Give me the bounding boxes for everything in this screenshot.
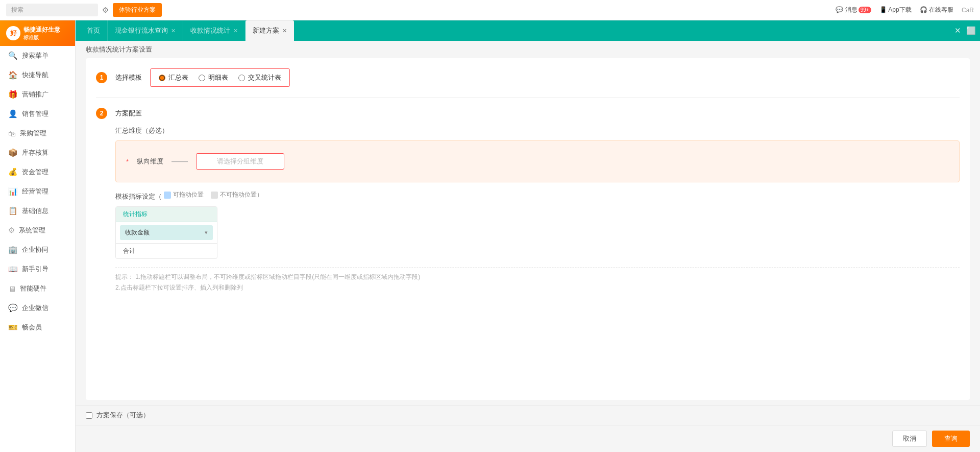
summary-dim-title: 汇总维度（必选）: [115, 126, 960, 135]
step1-badge: 1: [96, 72, 107, 83]
sidebar-item-operation[interactable]: 📊 经营管理: [0, 182, 75, 201]
logo-text: 畅捷通好生意: [23, 26, 60, 34]
tab-bank-flow[interactable]: 现金银行流水查询 ✕: [108, 20, 183, 41]
sidebar-item-quick-nav[interactable]: 🏠 快捷导航: [0, 65, 75, 85]
save-label: 方案保存（可选）: [96, 411, 150, 420]
sidebar-item-finance[interactable]: 💰 资金管理: [0, 162, 75, 182]
legend-drag: 可拖动位置: [164, 191, 204, 199]
trial-button[interactable]: 体验行业方案: [113, 3, 162, 17]
tab-home[interactable]: 首页: [80, 20, 108, 41]
book-icon: 📖: [8, 265, 18, 274]
tip-line-2: 2.点击标题栏下拉可设置排序、插入列和删除列: [115, 283, 960, 292]
indicator-row-item[interactable]: 收款金额 ▾: [120, 225, 213, 240]
radio-detail[interactable]: 明细表: [199, 73, 228, 82]
sidebar-item-member[interactable]: 🎫 畅会员: [0, 318, 75, 337]
indicator-settings: 模板指标设定（ 可拖动位置 不可拖动位置）: [115, 191, 960, 259]
tab-close-collection-stats[interactable]: ✕: [233, 28, 238, 34]
clipboard-icon: 📋: [8, 206, 18, 216]
radio-summary-input[interactable]: [159, 75, 165, 81]
chevron-down-icon[interactable]: ▾: [205, 229, 208, 236]
save-option-bar: 方案保存（可选）: [76, 405, 980, 425]
section-divider: [96, 97, 960, 98]
drag-box-icon: [164, 192, 171, 199]
settings-icon[interactable]: ⚙: [102, 6, 109, 15]
radio-summary[interactable]: 汇总表: [159, 73, 188, 82]
radio-cross-input[interactable]: [238, 75, 245, 81]
indicator-title: 模板指标设定（ 可拖动位置 不可拖动位置）: [115, 191, 960, 201]
box-icon: 📦: [8, 148, 18, 157]
page-body: 收款情况统计方案设置 1 选择模板 汇总表 明细表: [76, 41, 980, 452]
sidebar-item-guide[interactable]: 📖 新手引导: [0, 259, 75, 279]
step2-label: 方案配置: [115, 109, 142, 118]
tab-close-bank-flow[interactable]: ✕: [171, 28, 176, 34]
summary-dimension-section: 汇总维度（必选） * 纵向维度 —— 请选择分组维度: [115, 126, 960, 299]
sidebar-item-basic-info[interactable]: 📋 基础信息: [0, 201, 75, 221]
gift-icon: 🎁: [8, 90, 18, 99]
dim-select-box[interactable]: 请选择分组维度: [196, 153, 284, 170]
tab-bar: 首页 现金银行流水查询 ✕ 收款情况统计 ✕ 新建方案 ✕ ✕ ⬜: [76, 20, 980, 41]
legend-nodrag: 不可拖动位置）: [211, 191, 263, 199]
radio-cross[interactable]: 交叉统计表: [238, 73, 281, 82]
page-footer: 取消 查询: [76, 425, 980, 452]
chat-icon: 💬: [8, 303, 18, 313]
message-label[interactable]: 💬 消息99+: [836, 6, 871, 14]
download-label[interactable]: 📱 App下载: [879, 6, 912, 14]
tab-close-new-plan[interactable]: ✕: [282, 28, 287, 34]
sidebar-item-hardware[interactable]: 🖥 智能硬件: [0, 279, 75, 298]
radio-detail-label[interactable]: 明细表: [208, 73, 228, 82]
support-label[interactable]: 🎧 在线客服: [920, 6, 953, 14]
search-icon: 🔍: [8, 51, 18, 60]
user-icon: 👤: [8, 109, 18, 118]
step2-header: 2 方案配置: [96, 108, 960, 119]
step2-section: 2 方案配置 汇总维度（必选） * 纵向维度 —— 请选择分组维度: [96, 108, 960, 299]
save-checkbox[interactable]: [86, 412, 92, 419]
tab-collection-stats[interactable]: 收款情况统计 ✕: [183, 20, 246, 41]
content-card: 1 选择模板 汇总表 明细表 交叉统计表: [86, 58, 970, 400]
indicator-total: 合计: [116, 243, 217, 258]
page-title-bar: 收款情况统计方案设置: [76, 41, 980, 58]
top-bar: 搜索 ⚙ 体验行业方案 💬 消息99+ 📱 App下载 🎧 在线客服 CaR: [0, 0, 980, 20]
sidebar-item-search-menu[interactable]: 🔍 搜索菜单: [0, 46, 75, 65]
ticket-icon: 🎫: [8, 323, 18, 332]
app-body: 好 畅捷通好生意 标准版 🔍 搜索菜单 🏠 快捷导航 🎁 营销推广 👤 销售管理…: [0, 20, 980, 452]
tab-expand-icon[interactable]: ⬜: [966, 26, 976, 35]
sidebar-item-sales[interactable]: 👤 销售管理: [0, 104, 75, 124]
sidebar: 好 畅捷通好生意 标准版 🔍 搜索菜单 🏠 快捷导航 🎁 营销推广 👤 销售管理…: [0, 20, 76, 452]
tab-close-icon[interactable]: ✕: [954, 26, 961, 35]
radio-cross-label[interactable]: 交叉统计表: [248, 73, 281, 82]
search-box[interactable]: 搜索: [6, 4, 98, 16]
tab-bar-actions: ✕ ⬜: [954, 26, 976, 35]
logo-tag: 标准版: [23, 34, 60, 41]
logo-icon: 好: [6, 26, 20, 40]
sidebar-item-enterprise[interactable]: 🏢 企业协同: [0, 240, 75, 259]
top-bar-right: 💬 消息99+ 📱 App下载 🎧 在线客服 CaR: [836, 6, 974, 14]
sidebar-item-purchase[interactable]: 🛍 采购管理: [0, 124, 75, 143]
tab-new-plan[interactable]: 新建方案 ✕: [246, 20, 294, 41]
step1-label: 选择模板: [115, 73, 142, 82]
radio-detail-input[interactable]: [199, 75, 205, 81]
sidebar-item-wechat[interactable]: 💬 企业微信: [0, 298, 75, 318]
indicator-table: 统计指标 收款金额 ▾ 合计: [115, 206, 217, 259]
vertical-dim-label: 纵向维度: [137, 157, 163, 166]
sidebar-item-inventory[interactable]: 📦 库存核算: [0, 143, 75, 162]
chart-icon: 📊: [8, 187, 18, 196]
dimension-row: * 纵向维度 —— 请选择分组维度: [126, 153, 949, 170]
nodrag-box-icon: [211, 192, 218, 199]
radio-summary-label[interactable]: 汇总表: [168, 73, 188, 82]
sidebar-item-system[interactable]: ⚙ 系统管理: [0, 221, 75, 240]
template-options: 汇总表 明细表 交叉统计表: [150, 68, 290, 87]
step2-badge: 2: [96, 108, 107, 119]
page-title: 收款情况统计方案设置: [86, 45, 152, 53]
query-button[interactable]: 查询: [932, 431, 970, 447]
main-content: 首页 现金银行流水查询 ✕ 收款情况统计 ✕ 新建方案 ✕ ✕ ⬜ 收款情况统计…: [76, 20, 980, 452]
search-placeholder: 搜索: [11, 6, 23, 13]
cancel-button[interactable]: 取消: [892, 431, 927, 447]
sidebar-item-marketing[interactable]: 🎁 营销推广: [0, 85, 75, 104]
monitor-icon: 🖥: [8, 284, 16, 293]
message-badge: 99+: [859, 7, 871, 13]
indicator-header: 统计指标: [116, 207, 217, 222]
gear-icon: ⚙: [8, 226, 15, 235]
user-avatar[interactable]: CaR: [962, 7, 974, 14]
building-icon: 🏢: [8, 245, 18, 254]
tip-line-1: 提示： 1.拖动标题栏可以调整布局，不可跨维度或指标区域拖动栏目字段(只能在同一…: [115, 273, 960, 281]
